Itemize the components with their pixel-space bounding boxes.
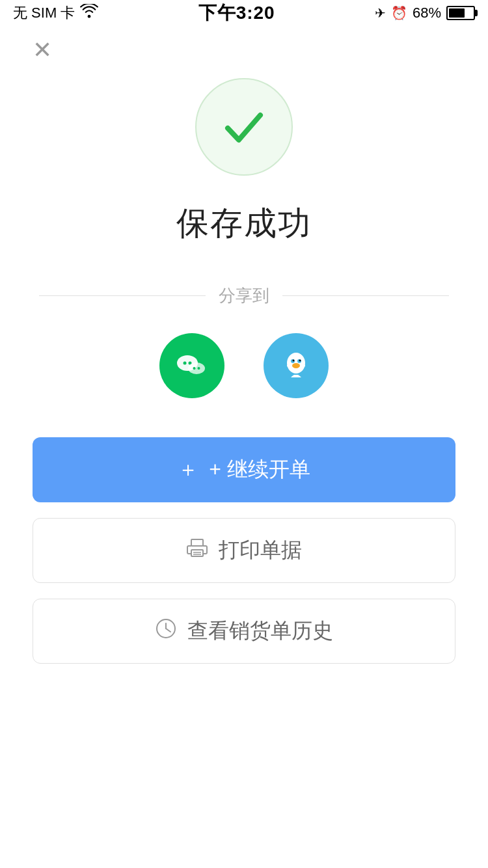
print-label: 打印单据 — [219, 536, 302, 565]
svg-point-13 — [292, 363, 300, 368]
history-button[interactable]: 查看销货单历史 — [33, 599, 455, 664]
continue-label: + 继续开单 — [209, 455, 310, 484]
wechat-share-button[interactable] — [159, 333, 224, 398]
svg-point-4 — [193, 367, 196, 370]
success-check-circle — [195, 78, 293, 176]
history-label: 查看销货单历史 — [187, 617, 333, 645]
success-title: 保存成功 — [176, 202, 312, 245]
continue-button[interactable]: ＋ + 继续开单 — [33, 437, 455, 502]
alarm-icon: ⏰ — [391, 5, 407, 21]
checkmark-icon — [218, 101, 270, 153]
divider-left — [39, 295, 206, 296]
main-content: 保存成功 分享到 — [0, 26, 488, 664]
action-buttons: ＋ + 继续开单 打印单据 — [0, 437, 488, 664]
no-sim-text: 无 SIM 卡 — [13, 3, 75, 23]
status-right: ✈ ⏰ 68% — [375, 5, 475, 21]
status-bar: 无 SIM 卡 下午3:20 ✈ ⏰ 68% — [0, 0, 488, 26]
share-label: 分享到 — [219, 284, 269, 307]
battery-percent: 68% — [413, 5, 441, 21]
battery-icon — [446, 6, 475, 20]
svg-rect-14 — [191, 539, 203, 546]
wifi-icon — [80, 4, 98, 22]
status-time: 下午3:20 — [198, 1, 275, 25]
printer-icon — [186, 537, 208, 564]
close-button[interactable]: ✕ — [26, 34, 59, 66]
svg-point-11 — [293, 360, 295, 362]
wechat-icon — [172, 346, 211, 385]
close-icon: ✕ — [33, 38, 52, 62]
svg-point-12 — [299, 360, 301, 362]
svg-rect-15 — [191, 550, 203, 556]
share-section: 分享到 — [0, 284, 488, 398]
share-divider: 分享到 — [0, 284, 488, 307]
clock-icon — [155, 617, 177, 645]
share-icons — [159, 333, 329, 398]
svg-point-3 — [188, 362, 205, 374]
plus-icon: ＋ — [178, 455, 198, 484]
svg-point-5 — [198, 367, 200, 370]
qq-icon — [277, 346, 316, 385]
status-left: 无 SIM 卡 — [13, 3, 98, 23]
svg-point-1 — [183, 362, 187, 365]
svg-line-20 — [166, 629, 170, 632]
print-button[interactable]: 打印单据 — [33, 518, 455, 583]
divider-right — [282, 295, 449, 296]
location-icon: ✈ — [375, 5, 386, 21]
qq-share-button[interactable] — [264, 333, 329, 398]
